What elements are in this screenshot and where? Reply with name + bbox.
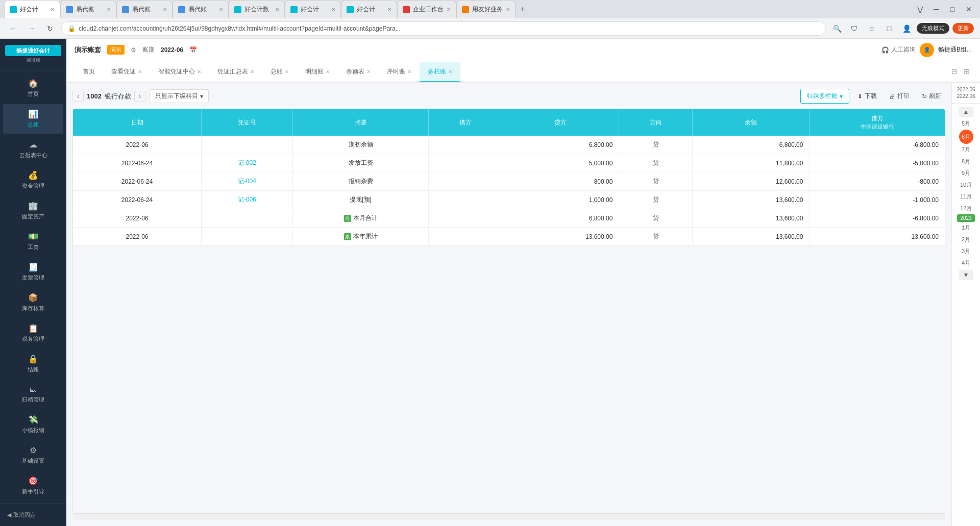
incognito-btn[interactable]: 无痕模式 <box>917 23 949 34</box>
tab-multi-ledger[interactable]: 多栏账 ✕ <box>420 62 460 82</box>
calendar-icon[interactable]: 📅 <box>189 46 197 54</box>
sidebar-item-home[interactable]: 🏠 首页 <box>3 73 63 103</box>
close-window-btn[interactable]: ✕ <box>962 2 976 16</box>
tab-multi-ledger-close[interactable]: ✕ <box>448 69 452 74</box>
shield-btn[interactable]: 🛡 <box>847 21 862 36</box>
month-item-3[interactable]: 3月 <box>955 245 977 257</box>
month-item-8[interactable]: 8月 <box>955 156 977 167</box>
tab-voucher-view-close[interactable]: ✕ <box>138 69 142 74</box>
new-tab-button[interactable]: + <box>516 2 530 16</box>
unpin-btn[interactable]: ◀ 取消固定 <box>4 508 62 522</box>
tab-close-btn[interactable]: ✕ <box>447 7 451 12</box>
month-item-2[interactable]: 2月 <box>955 234 977 245</box>
tab-detail-ledger[interactable]: 明细账 ✕ <box>297 62 338 82</box>
sidebar-item-settings[interactable]: ⚙ 基础设置 <box>3 440 63 470</box>
sidebar-item-guide[interactable]: 🎯 新手引导 <box>3 471 63 500</box>
tab-voucher-view[interactable]: 查看凭证 ✕ <box>103 62 150 82</box>
month-item-1[interactable]: 1月 <box>955 222 977 234</box>
tab-close-btn[interactable]: ✕ <box>506 7 510 12</box>
tab-4[interactable]: 好会计数 ✕ <box>229 0 285 18</box>
sidebar-item-fixed-assets[interactable]: 🏢 固定资产 <box>3 196 63 226</box>
tab-smart-voucher-close[interactable]: ✕ <box>197 69 201 74</box>
tab-list-btn[interactable]: ⋁ <box>913 2 927 16</box>
user-avatar[interactable]: 👤 <box>920 43 934 57</box>
tab-detail-ledger-close[interactable]: ✕ <box>326 69 330 74</box>
tab-1[interactable]: 易代账 ✕ <box>60 0 116 18</box>
tab-close-btn[interactable]: ✕ <box>387 7 391 12</box>
download-btn[interactable]: ⬇ 下载 <box>853 89 881 103</box>
minimize-btn[interactable]: ─ <box>929 2 943 16</box>
bookmark-btn[interactable]: ☆ <box>865 21 879 36</box>
demo-badge[interactable]: 演示 <box>107 45 125 55</box>
back-btn[interactable]: ← <box>6 21 20 36</box>
special-multi-btn[interactable]: 特殊多栏账 ▾ <box>800 89 849 104</box>
tab-voucher-summary-close[interactable]: ✕ <box>250 69 254 74</box>
next-account-btn[interactable]: › <box>134 91 145 102</box>
tab-7[interactable]: 好会计 ✕ <box>341 0 397 18</box>
tab-6[interactable]: 好会计 ✕ <box>285 0 341 18</box>
sidebar-item-salary[interactable]: 💵 工资 <box>3 227 63 256</box>
voucher-link[interactable]: 记-002 <box>238 159 256 166</box>
expand-tab-btn[interactable]: ⊞ <box>962 65 972 78</box>
tab-sequence-ledger[interactable]: 序时账 ✕ <box>379 62 420 82</box>
collapse-tab-btn[interactable]: ⊟ <box>949 65 960 78</box>
sidebar-item-invoice[interactable]: 🧾 发票管理 <box>3 257 63 287</box>
month-item-5[interactable]: 5月 <box>955 118 977 130</box>
sidebar-item-archive[interactable]: 🗂 归档管理 <box>3 380 63 409</box>
month-item-12[interactable]: 12月 <box>955 203 977 214</box>
scroll-down-btn[interactable]: ▼ <box>959 270 973 280</box>
extension-btn[interactable]: □ <box>882 21 896 36</box>
tab-balance-table-close[interactable]: ✕ <box>366 69 371 74</box>
tab-9[interactable]: 用友好业务 ✕ <box>456 0 516 18</box>
consult-btn[interactable]: 🎧 人工咨询 <box>881 45 916 54</box>
sidebar-item-tax[interactable]: 📋 税务管理 <box>3 318 63 348</box>
month-item-7[interactable]: 7月 <box>955 144 977 156</box>
show-sub-btn[interactable]: 只显示下级科目 ▾ <box>150 89 209 103</box>
forward-btn[interactable]: → <box>24 21 39 36</box>
update-btn[interactable]: 更新 <box>952 23 974 34</box>
month-item-11[interactable]: 11月 <box>955 191 977 203</box>
tab-close-btn[interactable]: ✕ <box>275 7 279 12</box>
prev-account-btn[interactable]: ‹ <box>72 91 84 102</box>
sidebar-item-general-ledger[interactable]: 📊 总账 <box>3 104 63 134</box>
month-item-10[interactable]: 10月 <box>955 179 977 191</box>
refresh-btn[interactable]: ↻ <box>43 21 57 36</box>
print-btn[interactable]: 🖨 打印 <box>885 89 914 103</box>
refresh-btn[interactable]: ↻ 刷新 <box>918 89 945 103</box>
voucher-link[interactable]: 记-004 <box>238 178 256 185</box>
tab-voucher-summary[interactable]: 凭证汇总表 ✕ <box>209 62 262 82</box>
search-btn[interactable]: 🔍 <box>830 21 844 36</box>
tab-active[interactable]: 好会计 ✕ <box>4 0 60 18</box>
tab-smart-voucher[interactable]: 智能凭证中心 ✕ <box>150 62 209 82</box>
sidebar-item-inventory[interactable]: 📦 库存核算 <box>3 288 63 317</box>
tab-close-btn[interactable]: ✕ <box>219 7 223 12</box>
maximize-btn[interactable]: □ <box>945 2 960 16</box>
tab-sequence-ledger-close[interactable]: ✕ <box>407 69 411 74</box>
month-item-4[interactable]: 4月 <box>955 257 977 269</box>
horizontal-scrollbar[interactable] <box>72 514 945 520</box>
tab-close-btn[interactable]: ✕ <box>107 7 111 12</box>
tab-close-btn[interactable]: ✕ <box>51 7 55 12</box>
sidebar-item-fund[interactable]: 💰 资金管理 <box>3 165 63 195</box>
month-item-9[interactable]: 9月 <box>955 167 977 179</box>
url-bar[interactable]: 🔒 cloud2.chanjet.com/accounting/uh26t264… <box>61 21 826 36</box>
sidebar-item-close-books[interactable]: 🔒 结账 <box>3 349 63 379</box>
tab-8[interactable]: 企业工作台 ✕ <box>397 0 456 18</box>
tab-2[interactable]: 易代账 ✕ <box>116 0 173 18</box>
tab-general-ledger[interactable]: 总账 ✕ <box>262 62 297 82</box>
tab-general-ledger-close[interactable]: ✕ <box>285 69 289 74</box>
sidebar-item-expense[interactable]: 💸 小畅报销 <box>3 410 63 439</box>
year-2023-label[interactable]: 2023 <box>957 214 974 222</box>
tab-close-btn[interactable]: ✕ <box>331 7 335 12</box>
settings-icon[interactable]: ⚙ <box>131 46 136 54</box>
th-credit: 贷方 <box>502 109 619 136</box>
profile-btn[interactable]: 👤 <box>899 21 914 36</box>
sidebar-item-cloud-report[interactable]: ☁ 云报表中心 <box>3 135 63 164</box>
tab-close-btn[interactable]: ✕ <box>163 7 167 12</box>
tab-3[interactable]: 易代账 ✕ <box>173 0 229 18</box>
tab-home[interactable]: 首页 <box>75 62 103 82</box>
month-item-6[interactable]: 6月 <box>959 130 973 144</box>
voucher-link[interactable]: 记-006 <box>238 196 256 203</box>
scroll-up-btn[interactable]: ▲ <box>959 107 973 117</box>
tab-balance-table[interactable]: 余额表 ✕ <box>338 62 379 82</box>
